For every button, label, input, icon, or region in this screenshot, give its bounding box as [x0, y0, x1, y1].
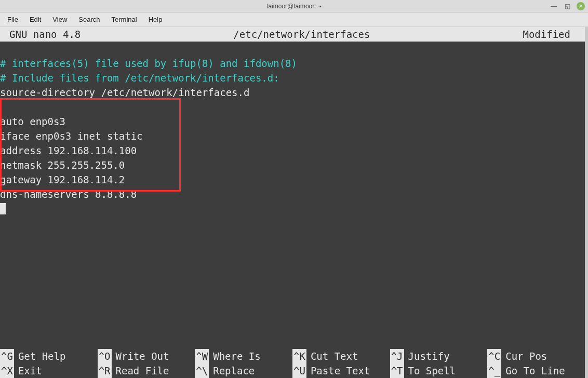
nano-status-label: Modified [523, 27, 585, 42]
shortcut-where-is[interactable]: ^WWhere Is [195, 349, 292, 363]
nano-header: GNU nano 4.8 /etc/network/interfaces Mod… [0, 27, 585, 42]
menubar: File Edit View Search Terminal Help [0, 12, 588, 27]
shortcut-write-out[interactable]: ^OWrite Out [98, 349, 195, 363]
vertical-scrollbar[interactable] [585, 27, 588, 378]
menu-view[interactable]: View [47, 14, 72, 25]
editor-content[interactable]: # interfaces(5) file used by ifup(8) and… [0, 42, 585, 216]
menu-search[interactable]: Search [73, 14, 105, 25]
text-cursor [0, 203, 6, 214]
config-line: gateway 192.168.114.2 [0, 174, 125, 185]
config-line: netmask 255.255.255.0 [0, 159, 125, 171]
shortcut-exit[interactable]: ^XExit [0, 363, 98, 378]
close-button[interactable]: × [577, 2, 585, 10]
shortcut-cut-text[interactable]: ^KCut Text [292, 349, 390, 363]
comment-line: # interfaces(5) file used by ifup(8) and… [0, 58, 297, 69]
comment-line: # Include files from /etc/network/interf… [0, 72, 279, 84]
shortcut-read-file[interactable]: ^RRead File [98, 363, 195, 378]
window-title: taimoor@taimoor: ~ [266, 3, 322, 10]
window-controls: — ◱ × [550, 2, 585, 10]
config-line: iface enp0s3 inet static [0, 130, 143, 142]
config-line: source-directory /etc/network/interfaces… [0, 87, 249, 98]
nano-shortcut-bar: ^GGet Help ^OWrite Out ^WWhere Is ^KCut … [0, 349, 585, 378]
menu-help[interactable]: Help [143, 14, 168, 25]
shortcut-go-to-line[interactable]: ^_Go To Line [487, 363, 585, 378]
config-line: dns-nameservers 8.8.8.8 [0, 188, 137, 200]
nano-app-label: GNU nano 4.8 [0, 27, 81, 42]
shortcut-cur-pos[interactable]: ^CCur Pos [487, 349, 585, 363]
shortcut-paste-text[interactable]: ^UPaste Text [292, 363, 390, 378]
menu-file[interactable]: File [2, 14, 23, 25]
shortcut-justify[interactable]: ^JJustify [390, 349, 488, 363]
window-titlebar: taimoor@taimoor: ~ — ◱ × [0, 0, 588, 12]
shortcut-replace[interactable]: ^\Replace [195, 363, 292, 378]
menu-terminal[interactable]: Terminal [106, 14, 142, 25]
menu-edit[interactable]: Edit [24, 14, 46, 25]
config-line: auto enp0s3 [0, 116, 65, 127]
config-line: address 192.168.114.100 [0, 145, 137, 156]
terminal-area[interactable]: GNU nano 4.8 /etc/network/interfaces Mod… [0, 27, 585, 378]
maximize-button[interactable]: ◱ [563, 2, 571, 10]
minimize-button[interactable]: — [550, 2, 558, 10]
nano-file-label: /etc/network/interfaces [81, 27, 523, 42]
shortcut-get-help[interactable]: ^GGet Help [0, 349, 98, 363]
shortcut-to-spell[interactable]: ^TTo Spell [390, 363, 488, 378]
